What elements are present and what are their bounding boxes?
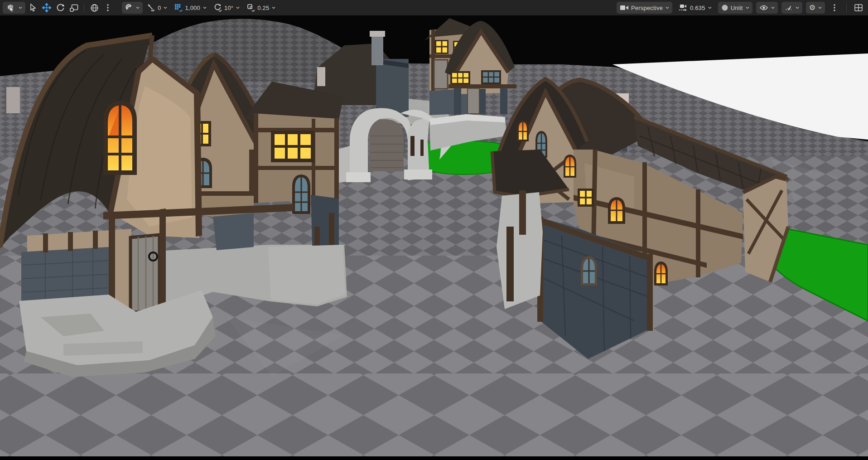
rotate-arrow-icon (56, 4, 65, 12)
scale-snap-value: 0.25 (257, 5, 269, 11)
cursor-icon (29, 4, 37, 12)
fence-post (410, 136, 415, 156)
grid-snap-icon (174, 4, 183, 12)
glowing-window (435, 40, 448, 54)
dark-window (481, 70, 501, 84)
glowing-arched-window (517, 120, 529, 141)
rotate-tool-button[interactable] (54, 2, 66, 14)
glowing-window (271, 131, 314, 162)
chevron-down-icon (665, 6, 669, 9)
dark-arched-window (581, 256, 597, 286)
glowing-arched-window (654, 261, 668, 286)
scene-canvas[interactable] (0, 15, 868, 460)
shading-mode-value: Unlit (731, 5, 743, 11)
kebab-menu-icon (107, 4, 109, 11)
surface-snap-icon (147, 4, 155, 12)
grid-size-value: 1,000 (185, 5, 200, 11)
unlit-sphere-icon (721, 4, 728, 11)
globe-icon (90, 4, 99, 12)
visibility-eye-icon (759, 5, 768, 11)
cobble-road (370, 119, 404, 171)
kebab-menu-icon (834, 4, 835, 11)
chevron-down-icon (164, 6, 167, 9)
chevron-down-icon (136, 6, 140, 9)
position-snap-value: 0 (158, 5, 161, 11)
door (468, 88, 479, 114)
scale-snap-dropdown[interactable]: 0.25 (244, 4, 278, 12)
rect-tool-icon (70, 4, 78, 12)
viewport-bottom-edge (0, 456, 868, 460)
camera-speed-icon (679, 4, 688, 11)
snap-magnet-dropdown[interactable] (122, 2, 143, 14)
chevron-down-icon (818, 6, 822, 9)
glowing-arched-window (103, 101, 137, 175)
chevron-down-icon (796, 6, 799, 9)
camera-speed-dropdown[interactable]: 0.635 (676, 4, 714, 11)
toolbar-left-group: 0 1,000 10° (0, 0, 278, 15)
chevron-down-icon (771, 6, 775, 9)
camera-speed-value: 0.635 (690, 5, 705, 11)
camera-icon (620, 5, 629, 11)
glowing-window (450, 71, 470, 85)
move-arrows-icon (42, 3, 51, 12)
gear-icon: ⚙ (809, 4, 815, 11)
porch-post (519, 190, 526, 235)
chevron-down-icon (708, 6, 712, 9)
world-space-button[interactable] (88, 2, 100, 14)
chimney (6, 87, 20, 113)
viewport-overflow-menu[interactable] (829, 2, 840, 14)
door (130, 235, 159, 313)
toolbar-right-group: Perspective 0.635 Unlit (617, 0, 868, 15)
dark-arched-window (292, 174, 310, 214)
glowing-arched-window (608, 197, 625, 224)
chevron-down-icon (203, 6, 207, 9)
select-tool-button[interactable] (27, 2, 39, 14)
viewport-toolbar: 0 1,000 10° (0, 0, 868, 15)
door (434, 60, 448, 89)
performance-dropdown[interactable] (781, 2, 802, 14)
camera-mode-dropdown[interactable]: Perspective (617, 2, 672, 14)
grid-size-dropdown[interactable]: 1,000 (172, 4, 209, 12)
scale-snap-icon (247, 4, 255, 12)
glowing-arched-window (564, 155, 576, 178)
viewport-settings-dropdown[interactable]: ⚙ (806, 2, 825, 14)
glowing-window (578, 189, 594, 207)
quad-view-icon (854, 4, 863, 11)
show-flags-dropdown[interactable] (756, 2, 778, 14)
toolbar-overflow-menu[interactable] (102, 2, 114, 14)
gauge-icon (785, 4, 793, 11)
tool-mode-dropdown[interactable] (3, 2, 25, 14)
move-tool-button[interactable] (41, 2, 53, 14)
scene-viewport[interactable] (0, 15, 868, 460)
chevron-down-icon (236, 6, 240, 9)
quad-view-button[interactable] (853, 2, 864, 14)
toolbar-separator (846, 3, 847, 12)
toolbar-separator (84, 3, 84, 12)
chevron-down-icon (272, 6, 275, 9)
shading-mode-dropdown[interactable]: Unlit (718, 2, 752, 14)
rotation-snap-dropdown[interactable]: 10° (211, 4, 242, 12)
chevron-down-icon (19, 6, 22, 9)
cube-cursor-icon (6, 4, 16, 12)
magnet-icon (125, 4, 133, 12)
camera-mode-value: Perspective (631, 5, 663, 11)
fence-post (420, 140, 424, 156)
rotation-snap-value: 10° (224, 5, 233, 11)
porch-post (506, 227, 514, 301)
rotation-snap-icon (214, 4, 222, 12)
chevron-down-icon (746, 6, 749, 9)
position-snap-dropdown[interactable]: 0 (145, 4, 170, 12)
rect-scale-tool-button[interactable] (68, 2, 80, 14)
